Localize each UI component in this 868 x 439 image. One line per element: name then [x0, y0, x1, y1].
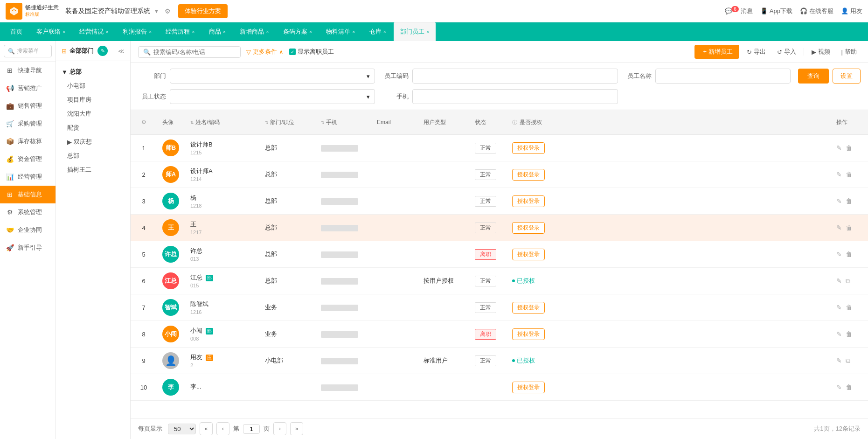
phone-filter-input[interactable] — [412, 89, 618, 104]
auth-button[interactable]: 授权登录 — [512, 302, 545, 314]
edit-icon[interactable]: ✎ — [836, 171, 842, 178]
query-button[interactable]: 查询 — [798, 69, 829, 84]
import-button[interactable]: ↺ 导入 — [773, 46, 800, 58]
export-button[interactable]: ↻ 导出 — [743, 46, 770, 58]
nav-tab-barcode[interactable]: 条码方案× — [277, 22, 319, 41]
nav-tab-profit[interactable]: 利润报告× — [116, 22, 158, 41]
sidebar-item-basic[interactable]: ⊞ 基础信息 — [0, 186, 56, 203]
dept-tree-item-chashuwang[interactable]: 插树王二 — [56, 163, 130, 177]
search-input-wrap[interactable]: 🔍 — [138, 46, 241, 58]
add-employee-button[interactable]: + 新增员工 — [694, 45, 739, 59]
show-departed-checkbox[interactable]: ✓ — [289, 49, 296, 55]
close-icon[interactable]: × — [309, 29, 312, 35]
dept-tree-item-root[interactable]: ▼ 总部 — [56, 65, 130, 79]
edit-icon[interactable]: ✎ — [836, 383, 842, 391]
close-icon[interactable]: × — [266, 29, 269, 35]
auth-button[interactable]: 授权登录 — [512, 195, 545, 207]
empname-filter-input[interactable] — [655, 69, 791, 84]
close-icon[interactable]: × — [352, 29, 355, 35]
auth-button[interactable]: 授权登录 — [512, 249, 545, 260]
empcode-filter-input[interactable] — [412, 69, 618, 84]
sidebar-item-system[interactable]: ⚙ 系统管理 — [0, 203, 56, 221]
set-button[interactable]: 设置 — [833, 69, 861, 84]
nav-tab-add-goods[interactable]: 新增商品× — [233, 22, 275, 41]
sidebar-item-sales[interactable]: 💼 销售管理 — [0, 97, 56, 115]
close-icon[interactable]: × — [192, 29, 194, 35]
app-download-btn[interactable]: 📱 App下载 — [760, 7, 792, 15]
page-size-select[interactable]: 50 100 200 — [168, 424, 196, 434]
nav-tab-bom[interactable]: 物料清单× — [319, 22, 361, 41]
close-icon[interactable]: × — [223, 29, 226, 35]
edit-icon[interactable]: ✎ — [836, 144, 842, 152]
dept-filter-select[interactable]: ▾ — [170, 69, 375, 84]
first-page-button[interactable]: « — [200, 422, 213, 435]
copy-icon[interactable]: ⧉ — [846, 357, 850, 365]
gear-icon[interactable]: ⚙ — [136, 115, 151, 130]
delete-icon[interactable]: 🗑 — [846, 330, 852, 338]
delete-icon[interactable]: 🗑 — [846, 224, 852, 231]
nav-tab-home[interactable]: 首页 — [4, 22, 29, 41]
close-icon[interactable]: × — [149, 29, 152, 35]
dept-tree-item-library[interactable]: 项目库房 — [56, 93, 130, 107]
view-button[interactable]: ▶ 视频 — [808, 46, 834, 58]
dept-tree-item-shenyang[interactable]: 沈阳大库 — [56, 107, 130, 121]
delete-icon[interactable]: 🗑 — [846, 383, 852, 391]
edit-icon[interactable]: ✎ — [836, 197, 842, 205]
delete-icon[interactable]: 🗑 — [846, 171, 852, 178]
edit-icon[interactable]: ✎ — [836, 304, 842, 311]
close-icon[interactable]: × — [383, 29, 386, 35]
sidebar-search-input[interactable]: 🔍 搜索菜单 — [4, 45, 52, 57]
user-btn[interactable]: 👤 用友 — [841, 7, 862, 15]
more-filter-button[interactable]: ▽ 更多条件 ∧ — [246, 48, 284, 56]
close-icon-active[interactable]: × — [426, 29, 429, 35]
prev-page-button[interactable]: ‹ — [216, 422, 229, 435]
nav-tab-goods[interactable]: 商品× — [202, 22, 232, 41]
nav-tab-customer[interactable]: 客户联络× — [30, 22, 72, 41]
sidebar-item-business[interactable]: 📊 经营管理 — [0, 168, 56, 186]
dept-collapse-button[interactable]: ≪ — [118, 48, 125, 55]
sidebar-item-finance[interactable]: 💰 资金管理 — [0, 150, 56, 168]
copy-icon[interactable]: ⧉ — [846, 277, 850, 285]
delete-icon[interactable]: 🗑 — [846, 304, 852, 311]
edit-icon[interactable]: ✎ — [836, 277, 842, 285]
delete-icon[interactable]: 🗑 — [846, 144, 852, 152]
sidebar-item-guide[interactable]: 🚀 新手引导 — [0, 239, 56, 257]
nav-tab-dept-employee[interactable]: 部门员工× — [394, 22, 436, 41]
page-number-input[interactable] — [243, 424, 260, 434]
auth-button[interactable]: 授权登录 — [512, 328, 545, 340]
delete-icon[interactable]: 🗑 — [846, 251, 852, 258]
th-settings[interactable]: ⚙ — [131, 110, 157, 135]
sidebar-item-marketing[interactable]: 📢 营销推广 — [0, 79, 56, 97]
edit-icon[interactable]: ✎ — [836, 330, 842, 338]
message-btn[interactable]: 💬 6 消息 — [725, 7, 753, 15]
dept-tree-item-zongbu[interactable]: 总部 — [56, 149, 130, 163]
last-page-button[interactable]: » — [290, 422, 303, 435]
nav-tab-warehouse[interactable]: 仓库× — [363, 22, 393, 41]
dept-tree-item-peihuo[interactable]: 配货 — [56, 121, 130, 135]
auth-button[interactable]: 授权登录 — [512, 382, 545, 393]
close-icon[interactable]: × — [62, 29, 65, 35]
auth-button[interactable]: 授权登录 — [512, 169, 545, 181]
edit-icon[interactable]: ✎ — [836, 224, 842, 231]
th-name[interactable]: ⇅ 姓名/编码 — [185, 110, 259, 135]
delete-icon[interactable]: 🗑 — [846, 197, 852, 205]
th-dept[interactable]: ⇅ 部门/职位 — [259, 110, 315, 135]
status-filter-select[interactable]: ▾ — [170, 89, 375, 104]
th-phone[interactable]: ⇅ 手机 — [315, 110, 371, 135]
sidebar-item-shortcut[interactable]: ⊞ 快捷导航 — [0, 62, 56, 79]
nav-tab-history[interactable]: 经营历程× — [159, 22, 201, 41]
settings-icon[interactable]: ⚙ — [165, 7, 171, 15]
dept-edit-button[interactable]: ✎ — [97, 46, 108, 56]
auth-button[interactable]: 授权登录 — [512, 222, 545, 234]
dropdown-arrow-icon[interactable]: ▼ — [154, 8, 159, 14]
online-service-btn[interactable]: 🎧 在线客服 — [800, 7, 833, 15]
edit-icon[interactable]: ✎ — [836, 357, 842, 364]
dept-tree-item-xiaodibu[interactable]: 小电部 — [56, 79, 130, 93]
sidebar-item-collab[interactable]: 🤝 企业协同 — [0, 221, 56, 239]
auth-button[interactable]: 授权登录 — [512, 142, 545, 154]
sidebar-item-purchase[interactable]: 🛒 采购管理 — [0, 115, 56, 132]
close-icon[interactable]: × — [105, 29, 108, 35]
trial-button[interactable]: 体验行业方案 — [178, 4, 228, 18]
dept-tree-item-shuangqing[interactable]: ▶ 双庆想 — [56, 135, 130, 149]
nav-tab-operation[interactable]: 经营情况× — [73, 22, 115, 41]
